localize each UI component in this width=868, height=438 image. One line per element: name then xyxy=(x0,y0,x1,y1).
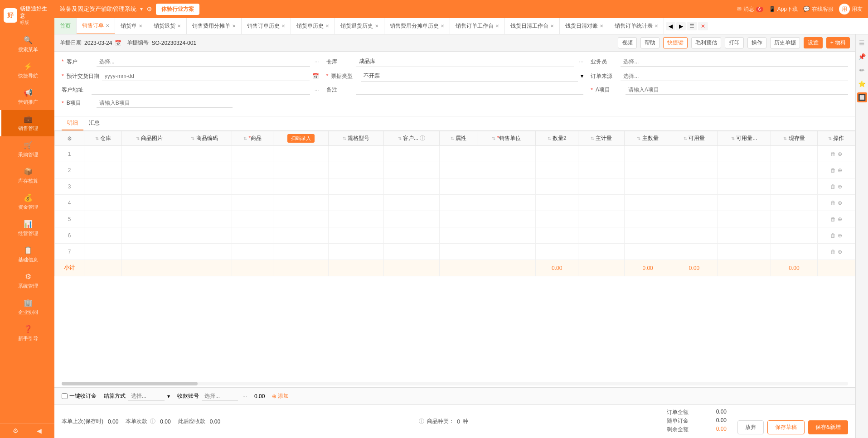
invoice-dropdown-icon[interactable]: ▾ xyxy=(581,73,583,79)
row-delete-icon-2[interactable]: 🗑 xyxy=(830,167,836,173)
tab-close-6[interactable]: ✕ xyxy=(325,24,329,29)
sort-icon-current_stock[interactable]: ⇅ xyxy=(783,136,787,141)
right-panel-star-btn[interactable]: ⭐ xyxy=(857,79,867,89)
tab-close-9[interactable]: ✕ xyxy=(495,24,499,29)
right-panel-active-btn[interactable]: 🔲 xyxy=(857,92,867,102)
tab-close-all-button[interactable]: ✕ xyxy=(698,22,708,30)
sort-icon-available_qty2[interactable]: ⇅ xyxy=(731,136,735,141)
tab-10[interactable]: 钱货日清工作台✕ xyxy=(505,18,560,34)
sidebar-item-basic[interactable]: 📋 基础信息 xyxy=(0,241,54,268)
address-more-icon[interactable]: ··· xyxy=(315,87,319,93)
one-click-checkbox[interactable]: 一键收订金 xyxy=(62,392,97,400)
user-button[interactable]: 用 用友 xyxy=(839,4,863,14)
settlement-dropdown-icon[interactable]: ▾ xyxy=(167,393,170,399)
sort-icon-attribute[interactable]: ⇅ xyxy=(451,136,454,141)
tab-menu-button[interactable]: ☰ xyxy=(687,22,697,30)
row-delete-icon-3[interactable]: 🗑 xyxy=(830,183,836,190)
scrollbar-thumb[interactable] xyxy=(62,382,198,385)
b-project-input[interactable] xyxy=(97,98,233,108)
tab-prev-button[interactable]: ◀ xyxy=(666,22,675,30)
row-copy-icon-4[interactable]: ⊕ xyxy=(838,200,842,206)
tab-close-1[interactable]: ✕ xyxy=(106,23,109,28)
tab-7[interactable]: 销货退货历史✕ xyxy=(335,18,384,34)
tab-close-5[interactable]: ✕ xyxy=(281,24,285,29)
sort-icon-warehouse[interactable]: ⇅ xyxy=(95,136,99,141)
tab-8[interactable]: 销售费用分摊单历史✕ xyxy=(384,18,450,34)
sidebar-item-marketing[interactable]: 📢 营销推广 xyxy=(0,84,54,110)
settings-icon[interactable]: ⚙ xyxy=(13,427,19,434)
tab-5[interactable]: 销售订单历史✕ xyxy=(242,18,291,34)
sidebar-item-purchase[interactable]: 🛒 采购管理 xyxy=(0,136,54,163)
a-project-input[interactable] xyxy=(626,85,848,95)
tab-11[interactable]: 钱货日清对账✕ xyxy=(560,18,609,34)
save-new-button[interactable]: 保存&新增 xyxy=(808,420,848,434)
scan-button[interactable]: 扫码录入 xyxy=(287,134,315,143)
history-button[interactable]: 历史单据 xyxy=(770,37,800,48)
right-panel-grid-btn[interactable]: ☰ xyxy=(857,38,867,48)
sidebar-item-system[interactable]: ⚙ 系统管理 xyxy=(0,268,54,294)
sort-icon-qty2[interactable]: ⇅ xyxy=(548,136,551,141)
tab-close-11[interactable]: ✕ xyxy=(600,24,603,29)
add-button[interactable]: ⊕ 添加 xyxy=(272,392,289,400)
system-dropdown-icon[interactable]: ▾ xyxy=(140,6,143,12)
tab-12[interactable]: 销售订单统计表✕ xyxy=(609,18,664,34)
online-support-button[interactable]: 💬 在线客服 xyxy=(803,5,834,13)
customer-input[interactable] xyxy=(97,57,310,67)
message-button[interactable]: ✉ 消息 6 xyxy=(737,5,763,13)
sort-icon-product_code[interactable]: ⇅ xyxy=(191,136,194,141)
sort-icon-product_image[interactable]: ⇅ xyxy=(136,136,140,141)
sort-icon-spec[interactable]: ⇅ xyxy=(343,136,346,141)
row-copy-icon-7[interactable]: ⊕ xyxy=(838,249,842,255)
sort-icon-available_qty[interactable]: ⇅ xyxy=(684,136,687,141)
number-value[interactable]: SO-20230324-001 xyxy=(151,40,196,46)
operation-button[interactable]: 操作 xyxy=(747,37,766,48)
calendar-icon[interactable]: 📅 xyxy=(115,40,121,46)
sidebar-item-enterprise[interactable]: 🏢 企业协同 xyxy=(0,294,54,320)
tab-3[interactable]: 销货退货✕ xyxy=(148,18,187,34)
row-delete-icon-4[interactable]: 🗑 xyxy=(830,200,836,206)
sort-icon-main_unit[interactable]: ⇅ xyxy=(591,136,594,141)
profit-button[interactable]: 毛利预估 xyxy=(691,37,721,48)
row-copy-icon-1[interactable]: ⊕ xyxy=(838,151,842,157)
sidebar-item-inventory[interactable]: 📦 库存核算 xyxy=(0,163,54,189)
sidebar-item-finance[interactable]: 💰 资金管理 xyxy=(0,189,54,215)
customer-more-icon[interactable]: ··· xyxy=(315,58,319,65)
tab-6[interactable]: 销货单历史✕ xyxy=(291,18,335,34)
detail-tab-1[interactable]: 汇总 xyxy=(83,116,105,130)
sort-icon-operation[interactable]: ⇅ xyxy=(828,136,832,141)
invoice-value[interactable]: 不开票 xyxy=(361,71,578,82)
row-copy-icon-3[interactable]: ⊕ xyxy=(838,183,842,190)
help-button[interactable]: 帮助 xyxy=(640,37,659,48)
remark-input[interactable] xyxy=(356,85,584,95)
tab-1[interactable]: 销售订单✕ xyxy=(77,18,115,34)
order-source-input[interactable] xyxy=(621,72,848,81)
row-delete-icon-6[interactable]: 🗑 xyxy=(830,232,836,239)
warehouse-value[interactable]: 成品库 xyxy=(356,56,575,67)
one-click-checkbox-input[interactable] xyxy=(62,393,68,399)
detail-tab-0[interactable]: 明细 xyxy=(62,116,83,130)
account-input[interactable] xyxy=(202,391,238,401)
sidebar-item-sales[interactable]: 💼 销售管理 xyxy=(0,110,54,136)
industry-plan-button[interactable]: 体验行业方案 xyxy=(156,4,199,15)
view-video-button[interactable]: 视频 xyxy=(618,37,637,48)
tab-4[interactable]: 销售费用分摊单✕ xyxy=(187,18,242,34)
row-delete-icon-7[interactable]: 🗑 xyxy=(830,249,836,255)
sidebar-item-quick[interactable]: ⚡ 快捷导航 xyxy=(0,58,54,84)
discard-button[interactable]: 放弃 xyxy=(737,420,764,434)
app-download-button[interactable]: 📱 App下载 xyxy=(769,5,798,13)
collapse-icon[interactable]: ◀ xyxy=(37,427,42,434)
delivery-input[interactable] xyxy=(102,72,310,81)
warehouse-more-icon[interactable]: ··· xyxy=(579,58,583,65)
tab-close-4[interactable]: ✕ xyxy=(232,24,236,29)
tab-close-3[interactable]: ✕ xyxy=(177,24,181,29)
settlement-input[interactable] xyxy=(128,391,165,401)
shortcut-button[interactable]: 快捷键 xyxy=(663,37,688,48)
settings-form-button[interactable]: 设置 xyxy=(804,37,823,48)
tab-close-12[interactable]: ✕ xyxy=(655,24,658,29)
salesperson-input[interactable] xyxy=(621,57,848,67)
address-input[interactable] xyxy=(92,85,310,95)
tab-close-10[interactable]: ✕ xyxy=(550,24,554,29)
tab-next-button[interactable]: ▶ xyxy=(676,22,686,30)
table-wrapper[interactable]: ⚙⇅ 仓库⇅ 商品图片⇅ 商品编码⇅ *商品扫码录入⇅ 规格型号⇅ 客户... … xyxy=(54,131,855,380)
row-copy-icon-6[interactable]: ⊕ xyxy=(838,232,842,239)
